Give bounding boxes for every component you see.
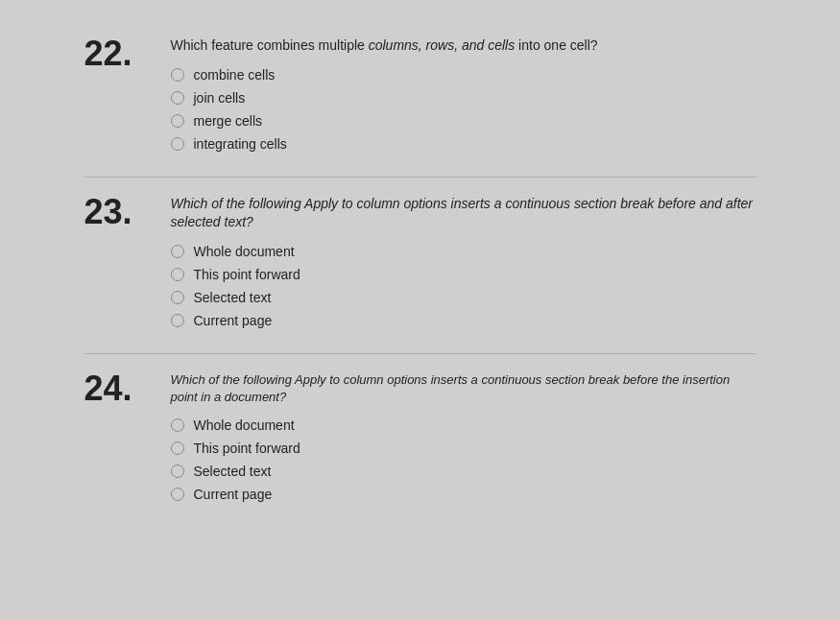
question-body-22: Which feature combines multiple columns,… bbox=[171, 36, 756, 159]
option-label: Whole document bbox=[194, 244, 295, 259]
option-label: merge cells bbox=[194, 113, 263, 129]
options-list-23: Whole document This point forward Select… bbox=[171, 244, 756, 328]
option-label: integrating cells bbox=[194, 136, 287, 152]
radio-icon[interactable] bbox=[171, 488, 184, 501]
radio-icon[interactable] bbox=[171, 268, 184, 281]
radio-icon[interactable] bbox=[171, 465, 184, 478]
option-label: This point forward bbox=[194, 267, 300, 282]
radio-icon[interactable] bbox=[171, 245, 184, 258]
question-block-23: 23. Which of the following Apply to colu… bbox=[84, 178, 756, 354]
option-item[interactable]: combine cells bbox=[171, 67, 756, 83]
page: 22. Which feature combines multiple colu… bbox=[0, 0, 840, 620]
option-item[interactable]: Selected text bbox=[171, 290, 756, 305]
option-item[interactable]: This point forward bbox=[171, 267, 756, 282]
option-label: Current page bbox=[194, 313, 273, 328]
question-block-24: 24. Which of the following Apply to colu… bbox=[84, 354, 756, 527]
option-label: Current page bbox=[194, 487, 273, 502]
question-block-22: 22. Which feature combines multiple colu… bbox=[84, 19, 756, 178]
question-number-24: 24. bbox=[84, 371, 161, 406]
option-label: combine cells bbox=[194, 67, 276, 83]
question-text-22: Which feature combines multiple columns,… bbox=[171, 36, 756, 56]
option-label: This point forward bbox=[194, 441, 300, 456]
question-body-24: Which of the following Apply to column o… bbox=[171, 371, 756, 510]
question-body-23: Which of the following Apply to column o… bbox=[171, 195, 756, 336]
option-item[interactable]: Whole document bbox=[171, 417, 756, 433]
radio-icon[interactable] bbox=[171, 137, 184, 151]
option-item[interactable]: merge cells bbox=[171, 113, 756, 129]
option-label: join cells bbox=[194, 90, 246, 106]
question-number-23: 23. bbox=[84, 195, 161, 229]
question-number-22: 22. bbox=[84, 36, 161, 71]
radio-icon[interactable] bbox=[171, 441, 184, 455]
radio-icon[interactable] bbox=[171, 291, 184, 304]
option-item[interactable]: Current page bbox=[171, 487, 756, 502]
radio-icon[interactable] bbox=[171, 114, 184, 128]
radio-icon[interactable] bbox=[171, 91, 184, 105]
option-label: Selected text bbox=[194, 464, 272, 479]
option-item[interactable]: Selected text bbox=[171, 464, 756, 479]
option-label: Whole document bbox=[194, 417, 295, 433]
option-item[interactable]: join cells bbox=[171, 90, 756, 106]
option-item[interactable]: This point forward bbox=[171, 441, 756, 456]
question-text-23: Which of the following Apply to column o… bbox=[171, 195, 756, 232]
options-list-24: Whole document This point forward Select… bbox=[171, 417, 756, 502]
radio-icon[interactable] bbox=[171, 68, 184, 82]
option-item[interactable]: integrating cells bbox=[171, 136, 756, 152]
options-list-22: combine cells join cells merge cells int… bbox=[171, 67, 756, 152]
content: 22. Which feature combines multiple colu… bbox=[84, 19, 756, 527]
option-item[interactable]: Current page bbox=[171, 313, 756, 328]
option-item[interactable]: Whole document bbox=[171, 244, 756, 259]
radio-icon[interactable] bbox=[171, 314, 184, 327]
question-text-24: Which of the following Apply to column o… bbox=[171, 371, 756, 406]
radio-icon[interactable] bbox=[171, 418, 184, 432]
option-label: Selected text bbox=[194, 290, 272, 305]
